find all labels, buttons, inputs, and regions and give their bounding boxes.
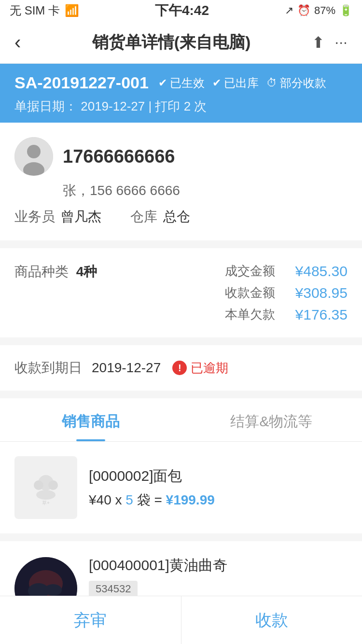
status-tag-effective: ✔ 已生效: [158, 75, 205, 91]
bottom-bar: 弃审 收款: [0, 596, 362, 644]
battery-text: 87%: [314, 4, 335, 17]
receipt-row: 收款金额 ¥308.95: [225, 284, 348, 301]
wifi-icon: 📶: [65, 4, 79, 17]
due-card: 收款到期日 2019-12-27 ! 已逾期: [0, 345, 362, 391]
share-icon[interactable]: ⬆: [312, 33, 325, 52]
page-title: 销货单详情(来自电脑): [43, 31, 299, 54]
product-name-2: [000400001]黄油曲奇: [89, 556, 348, 575]
customer-sub-info: 张，156 6666 6666: [63, 182, 348, 200]
status-partial-label: 部分收款: [280, 75, 326, 91]
order-id: SA-20191227-001: [14, 73, 149, 92]
product-thumbnail-1: 草+: [14, 456, 77, 519]
status-tag-shipped: ✔ 已出库: [212, 75, 259, 91]
svg-point-11: [44, 584, 62, 596]
status-shipped-label: 已出库: [224, 75, 259, 91]
meta-sales: 业务员 曾凡杰: [14, 208, 101, 226]
due-date-value: 2019-12-27: [92, 360, 161, 376]
header-banner: SA-20191227-001 ✔ 已生效 ✔ 已出库 ⏱ 部分收款 单据日期：…: [0, 64, 362, 123]
cancel-button[interactable]: 弃审: [0, 596, 181, 644]
summary-left: 商品种类 4种: [14, 263, 97, 281]
svg-text:草+: 草+: [42, 500, 50, 505]
svg-point-6: [36, 490, 56, 500]
warehouse-label: 仓库: [130, 208, 157, 226]
customer-account: 17666666666: [63, 146, 175, 167]
date-label: 单据日期：: [14, 99, 77, 113]
price-x-1: x: [115, 492, 126, 507]
overdue-icon: !: [172, 361, 187, 375]
overdue-badge: ! 已逾期: [172, 360, 228, 377]
location-icon: ↗: [285, 4, 293, 17]
svg-point-4: [34, 480, 43, 490]
product-title-1: 面包: [153, 468, 182, 484]
product-price-1: ¥40 x 5 袋 = ¥199.99: [89, 491, 348, 509]
customer-top: 17666666666: [14, 137, 348, 176]
due-label: 收款到期日: [14, 359, 82, 377]
status-time: 下午4:42: [155, 1, 209, 20]
product-code-1: [0000002]: [89, 468, 153, 484]
status-tag-partial: ⏱ 部分收款: [266, 75, 326, 91]
sales-person: 曾凡杰: [61, 208, 101, 226]
check-icon-2: ✔: [212, 77, 221, 89]
sales-label: 业务员: [14, 208, 55, 226]
deal-label: 成交金额: [225, 263, 275, 280]
order-date: 2019-12-27: [81, 99, 145, 113]
tab-underline: [76, 439, 105, 441]
customer-meta: 业务员 曾凡杰 仓库 总仓: [14, 208, 348, 226]
banner-sub: 单据日期： 2019-12-27 | 打印 2 次: [14, 98, 348, 115]
status-right: ↗ ⏰ 87% 🔋: [285, 4, 352, 17]
unit-price-1: ¥40: [89, 492, 111, 507]
status-tags: ✔ 已生效 ✔ 已出库 ⏱ 部分收款: [158, 75, 326, 91]
customer-card: 17666666666 张，156 6666 6666 业务员 曾凡杰 仓库 总…: [0, 123, 362, 240]
receipt-label: 收款金额: [225, 284, 275, 301]
deal-row: 成交金额 ¥485.30: [225, 263, 348, 280]
back-button[interactable]: ‹: [14, 31, 43, 53]
debt-amount: ¥176.35: [285, 307, 348, 323]
svg-point-5: [48, 480, 58, 490]
svg-point-1: [27, 145, 41, 158]
check-icon-1: ✔: [158, 77, 167, 89]
tabs-bar: 销售商品 结算&物流等: [0, 398, 362, 442]
price-eq-1: =: [154, 492, 166, 507]
battery-icon: 🔋: [339, 4, 352, 17]
list-item: 草+ [0000002]面包 ¥40 x 5 袋 = ¥199.99: [0, 442, 362, 533]
summary-card: 商品种类 4种 成交金额 ¥485.30 收款金额 ¥308.95 本单欠款 ¥…: [0, 248, 362, 337]
debt-row: 本单欠款 ¥176.35: [225, 306, 348, 323]
alarm-icon: ⏰: [297, 4, 310, 17]
overdue-text: 已逾期: [191, 360, 228, 377]
clock-icon: ⏱: [266, 77, 277, 89]
product-info-1: [0000002]面包 ¥40 x 5 袋 = ¥199.99: [89, 466, 348, 509]
more-icon[interactable]: ···: [334, 33, 348, 51]
confirm-button[interactable]: 收款: [181, 596, 362, 644]
nav-actions: ⬆ ···: [299, 33, 348, 52]
summary-right: 成交金额 ¥485.30 收款金额 ¥308.95 本单欠款 ¥176.35: [225, 263, 348, 323]
debt-label: 本单欠款: [225, 306, 275, 323]
meta-warehouse: 仓库 总仓: [130, 208, 190, 226]
deal-amount: ¥485.30: [285, 263, 348, 280]
nav-bar: ‹ 销货单详情(来自电脑) ⬆ ···: [0, 21, 362, 64]
status-left: 无 SIM 卡 📶: [10, 3, 79, 18]
product-sku-2: 534532: [89, 581, 138, 597]
unit-1: 袋: [137, 492, 151, 507]
banner-top: SA-20191227-001 ✔ 已生效 ✔ 已出库 ⏱ 部分收款: [14, 73, 348, 92]
qty-1: 5: [125, 492, 133, 507]
product-code-2: [000400001]: [89, 557, 169, 573]
print-info: | 打印 2 次: [148, 99, 207, 113]
receipt-amount: ¥308.95: [285, 285, 348, 301]
status-bar: 无 SIM 卡 📶 下午4:42 ↗ ⏰ 87% 🔋: [0, 0, 362, 21]
total-1: ¥199.99: [166, 492, 215, 507]
tab-sales-products[interactable]: 销售商品: [0, 398, 181, 441]
type-label: 商品种类: [14, 264, 69, 279]
product-name-1: [0000002]面包: [89, 466, 348, 486]
tab-settlement-label: 结算&物流等: [230, 413, 312, 429]
warehouse-value: 总仓: [163, 208, 190, 226]
type-count: 4种: [76, 264, 97, 279]
product-title-2: 黄油曲奇: [169, 557, 227, 573]
customer-avatar: [14, 137, 53, 176]
tab-sales-label: 销售商品: [62, 413, 120, 429]
status-effective-label: 已生效: [170, 75, 205, 91]
carrier-text: 无 SIM 卡: [10, 3, 60, 18]
tab-settlement[interactable]: 结算&物流等: [181, 398, 362, 441]
